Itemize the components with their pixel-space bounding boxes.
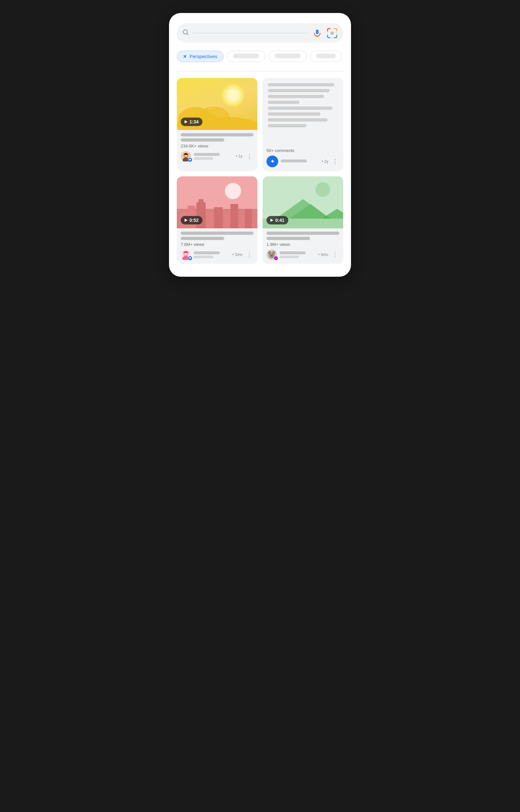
- svg-marker-44: [275, 257, 276, 259]
- svg-rect-2: [316, 30, 318, 34]
- card-2-author-name-line: [281, 160, 307, 162]
- card-3-author-row: • 3mo ⋮: [181, 249, 254, 260]
- card-1-badge: [188, 158, 192, 162]
- mic-icon[interactable]: [311, 27, 323, 39]
- card-4-views: 1.9M+ views: [266, 242, 339, 247]
- chip-3[interactable]: [268, 51, 307, 62]
- svg-rect-27: [253, 215, 257, 228]
- lens-icon[interactable]: [326, 27, 338, 39]
- card-1-thumb: 1:34: [177, 78, 257, 130]
- svg-point-7: [332, 33, 333, 34]
- chip-perspectives-label: Perspectives: [189, 54, 217, 59]
- card-1[interactable]: 1:34 234.6K+ views: [177, 78, 257, 171]
- card-4-title-2: [266, 237, 310, 240]
- card-2-author-info: [281, 160, 319, 164]
- star-icon: ✦: [270, 158, 275, 165]
- chip-4-label: [316, 54, 336, 58]
- card-4-time: • 4mo: [318, 252, 328, 257]
- chip-2-label: [233, 54, 259, 58]
- card-3-avatar-wrap: [181, 249, 191, 260]
- card-3-duration: 0:52: [181, 216, 203, 224]
- search-input-area: [182, 29, 308, 38]
- card-4-author-sub: [280, 256, 299, 258]
- play-icon-4: [270, 219, 273, 222]
- card-4-title-1: [266, 231, 339, 235]
- svg-rect-26: [245, 209, 252, 228]
- card-3-title-2: [181, 237, 224, 240]
- card-1-author-row: • 1y ⋮: [181, 151, 254, 162]
- card-4-thumb: 0:41: [263, 176, 343, 228]
- article-line-2: [268, 89, 330, 92]
- card-4[interactable]: 0:41 1.9M+ views: [263, 176, 343, 264]
- card-1-body: 234.6K+ views: [177, 130, 257, 165]
- card-3-more-button[interactable]: ⋮: [245, 251, 254, 258]
- svg-rect-22: [214, 207, 223, 228]
- card-2-avatar: ✦: [266, 156, 278, 167]
- card-4-body: 1.9M+ views: [263, 228, 343, 264]
- card-2-more-button[interactable]: ⋮: [331, 158, 339, 165]
- cards-grid: 1:34 234.6K+ views: [177, 78, 343, 264]
- card-3-title-1: [181, 231, 254, 235]
- play-icon-3: [185, 219, 187, 222]
- card-3[interactable]: 0:52 7.8M+ views: [177, 176, 257, 264]
- svg-rect-19: [196, 202, 206, 228]
- card-2-time: • 2y: [322, 159, 328, 164]
- svg-point-42: [272, 254, 273, 255]
- search-icon: [182, 29, 189, 38]
- article-line-6: [268, 112, 320, 116]
- card-2-thumb: [263, 78, 343, 143]
- chip-4[interactable]: [310, 51, 342, 62]
- article-line-1: [268, 83, 334, 86]
- card-3-author-info: [194, 251, 230, 258]
- card-2[interactable]: 50+ comments ✦ • 2y ⋮: [263, 78, 343, 171]
- search-actions: [311, 27, 338, 39]
- card-2-comments: 50+ comments: [266, 148, 339, 153]
- chip-perspectives[interactable]: ✕ Perspectives: [177, 51, 224, 62]
- svg-rect-21: [207, 211, 213, 228]
- card-3-badge: [188, 256, 192, 260]
- chip-2[interactable]: [227, 51, 265, 62]
- search-bar[interactable]: [177, 23, 343, 43]
- article-line-3: [268, 95, 324, 98]
- card-4-author-name: [280, 251, 306, 254]
- svg-rect-23: [223, 212, 230, 228]
- svg-rect-4: [316, 37, 319, 37]
- card-3-views: 7.8M+ views: [181, 242, 254, 247]
- card-3-author-name: [194, 251, 220, 254]
- svg-point-11: [199, 107, 230, 127]
- article-line-8: [268, 124, 307, 127]
- card-1-views: 234.6K+ views: [181, 144, 254, 148]
- card-1-author-name-line: [194, 153, 220, 156]
- card-4-duration: 0:41: [266, 216, 288, 224]
- card-1-author-info: [194, 153, 233, 160]
- search-bar-placeholder-line: [192, 33, 308, 33]
- card-4-more-button[interactable]: ⋮: [331, 251, 339, 258]
- card-3-time: • 3mo: [232, 252, 242, 257]
- chip-close-icon[interactable]: ✕: [183, 54, 187, 59]
- article-line-5: [268, 107, 333, 110]
- svg-rect-20: [199, 199, 204, 205]
- card-1-title-line-1: [181, 133, 254, 136]
- card-1-more-button[interactable]: ⋮: [245, 153, 254, 160]
- svg-point-43: [271, 255, 273, 256]
- svg-point-41: [270, 254, 271, 255]
- phone-container: ✕ Perspectives: [169, 13, 351, 277]
- article-line-4: [268, 101, 299, 104]
- svg-rect-25: [239, 214, 244, 228]
- play-icon: [185, 120, 187, 123]
- card-1-avatar-wrap: [181, 151, 191, 162]
- card-1-author-sub-line: [194, 157, 213, 160]
- card-4-author-info: [280, 251, 316, 258]
- card-1-title-line-2: [181, 138, 224, 142]
- card-4-badge: [274, 256, 278, 260]
- card-4-avatar-wrap: [266, 249, 277, 260]
- card-1-time: • 1y: [236, 154, 242, 159]
- card-4-author-row: • 4mo ⋮: [266, 249, 339, 260]
- chip-3-label: [275, 54, 301, 58]
- card-3-body: 7.8M+ views: [177, 228, 257, 264]
- card-3-thumb: 0:52: [177, 176, 257, 228]
- article-line-7: [268, 118, 328, 121]
- card-2-author-row: ✦ • 2y ⋮: [266, 156, 339, 167]
- card-2-body: 50+ comments ✦ • 2y ⋮: [263, 143, 343, 171]
- filter-chips: ✕ Perspectives: [177, 51, 343, 62]
